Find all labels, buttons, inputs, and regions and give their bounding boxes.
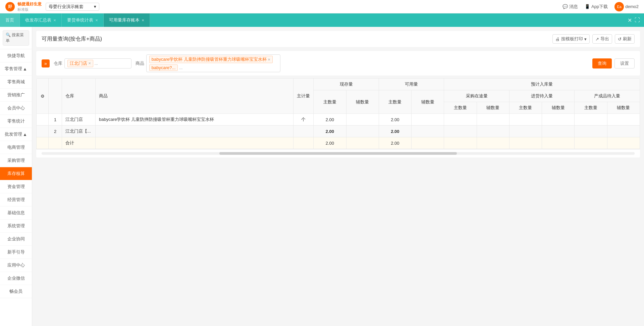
stock-group-header: 现存量 — [314, 79, 379, 90]
close-tab-stock-summary[interactable]: ✕ — [53, 18, 56, 22]
settings-btn[interactable]: 设置 — [614, 58, 635, 68]
chevron-icon: ▲ — [23, 66, 27, 72]
incoming-aux-header: 辅数量 — [542, 102, 575, 114]
sidebar-item-ecommerce[interactable]: 电商管理 — [0, 141, 32, 154]
stock-main-header: 主数量 — [314, 90, 346, 114]
app-download-btn[interactable]: 📱 App下载 — [585, 4, 608, 10]
product-tag-2: babycare?... — [149, 64, 178, 71]
data-table-wrap: ⚙ 仓库 商品 主计量 现存量 可用量 预计入库量 主数量 辅数量 — [36, 78, 640, 157]
sidebar: 🔍 搜索菜单 快捷导航 零售管理 ▲ 零售商城 营销推广 会员中心 零售统计 批… — [0, 27, 32, 326]
incoming-main-header: 主数量 — [509, 102, 542, 114]
sidebar-item-wholesale-mgmt[interactable]: 批发管理 ▲ — [0, 128, 32, 141]
warehouse-col-header: 仓库 — [62, 79, 96, 114]
stock-aux-header: 辅数量 — [346, 90, 379, 114]
row1-unit: 个 — [293, 114, 314, 126]
table-footer — [36, 149, 640, 157]
expand-btn[interactable]: ⛶ — [635, 17, 640, 23]
row2-warehouse: 江北门店【... — [62, 126, 96, 137]
unit-col-header: 主计量 — [293, 79, 314, 114]
chevron-down-icon: ▾ — [94, 4, 96, 9]
row1-production-main — [575, 114, 607, 126]
template-print-btn[interactable]: 🖨 按模板打印 ▾ — [552, 34, 590, 44]
user-menu[interactable]: Ea demo2 — [614, 2, 639, 11]
warehouse-tag-close[interactable]: ✕ — [88, 61, 91, 65]
tab-stock-summary[interactable]: 收发存汇总表 ✕ — [20, 13, 62, 27]
available-main-header: 主数量 — [379, 90, 411, 114]
top-bar-left: 好 畅捷通好生意 标准版 母婴行业演示账套 ▾ — [5, 1, 99, 12]
row1-incoming-aux — [542, 114, 575, 126]
sidebar-item-wechat-work[interactable]: 企业微信 — [0, 272, 32, 285]
product-tag1-close[interactable]: ✕ — [268, 58, 270, 61]
tab-spacer — [150, 13, 624, 27]
filter-toggle-btn[interactable]: » — [42, 59, 50, 67]
tab-home[interactable]: 首页 — [0, 13, 20, 27]
sidebar-item-member-center[interactable]: 会员中心 — [0, 102, 32, 115]
row2-stock-main: 2.00 — [314, 126, 346, 137]
row2-no: 2 — [49, 126, 62, 137]
top-bar-right: 💬 消息 📱 App下载 Ea demo2 — [562, 2, 639, 11]
product-filter-label: 商品 — [136, 60, 144, 66]
sidebar-item-system[interactable]: 系统管理 — [0, 220, 32, 233]
row2-settings[interactable] — [37, 126, 49, 137]
sidebar-item-inventory[interactable]: 库存核算 — [0, 167, 32, 180]
export-icon: ↗ — [595, 37, 599, 42]
message-btn[interactable]: 💬 消息 — [562, 4, 578, 10]
sidebar-item-retail-mall[interactable]: 零售商城 — [0, 76, 32, 89]
product-more[interactable]: ... — [179, 65, 182, 70]
close-window-btn[interactable]: ✕ — [628, 17, 632, 24]
summary-available-main: 2.00 — [379, 137, 411, 149]
row2-unit — [293, 126, 314, 137]
row2-stock-aux — [346, 126, 379, 137]
settings-col-header[interactable]: ⚙ — [37, 79, 49, 114]
summary-row: 合计 2.00 2.00 — [37, 137, 640, 149]
query-btn[interactable]: 查询 — [592, 58, 612, 68]
page-content: 可用量查询(按仓库+商品) 🖨 按模板打印 ▾ ↗ 导出 ↺ 刷新 — [32, 27, 644, 326]
main-layout: 🔍 搜索菜单 快捷导航 零售管理 ▲ 零售商城 营销推广 会员中心 零售统计 批… — [0, 27, 644, 326]
warehouse-filter-input[interactable]: 江北门店 ✕ ... — [64, 58, 131, 68]
warehouse-filter-group: 仓库 江北门店 ✕ ... — [54, 58, 131, 68]
row1-stock-main: 2.00 — [314, 114, 346, 126]
page-header: 可用量查询(按仓库+商品) 🖨 按模板打印 ▾ ↗ 导出 ↺ 刷新 — [36, 31, 640, 47]
close-tab-available-inventory[interactable]: ✕ — [142, 18, 144, 22]
product-col-header: 商品 — [96, 79, 293, 114]
tab-available-inventory[interactable]: 可用量库存账本 ✕ — [104, 13, 150, 27]
close-tab-purchase-stat[interactable]: ✕ — [95, 18, 98, 22]
row1-purchase-aux — [477, 114, 509, 126]
logo-icon: 好 — [5, 2, 15, 11]
sidebar-item-quick-nav[interactable]: 快捷导航 — [0, 49, 32, 62]
production-group-header: 产成品待入量 — [575, 90, 640, 102]
sidebar-item-operations[interactable]: 经营管理 — [0, 193, 32, 206]
product-filter-input[interactable]: babycare学饮杯 儿童防摔防撞吸管杯重力球吸嘴杯宝宝水杯 ✕ babyca… — [146, 54, 280, 72]
filter-bar: » 仓库 江北门店 ✕ ... 商品 babycare — [36, 51, 640, 76]
logo-area: 好 畅捷通好生意 标准版 — [5, 1, 42, 12]
tab-purchase-stat[interactable]: 要货单统计表 ✕ — [62, 13, 104, 27]
content-area: 可用量查询(按仓库+商品) 🖨 按模板打印 ▾ ↗ 导出 ↺ 刷新 — [32, 27, 644, 326]
row1-settings[interactable] — [37, 114, 49, 126]
row1-no: 1 — [49, 114, 62, 126]
warehouse-more[interactable]: ... — [95, 61, 98, 66]
logo-text: 畅捷通好生意 标准版 — [17, 1, 42, 12]
refresh-btn[interactable]: ↺ 刷新 — [615, 34, 635, 44]
row1-production-aux — [607, 114, 640, 126]
sidebar-item-new-guide[interactable]: 新手引导 — [0, 246, 32, 259]
sidebar-item-marketing[interactable]: 营销推广 — [0, 89, 32, 102]
horizontal-scrollbar[interactable] — [42, 152, 635, 155]
product-tag-1: babycare学饮杯 儿童防摔防撞吸管杯重力球吸嘴杯宝宝水杯 ✕ — [149, 56, 273, 63]
filter-actions: 查询 设置 — [592, 58, 635, 68]
purchase-group-header: 采购在途量 — [444, 90, 509, 102]
search-menu-btn[interactable]: 🔍 搜索菜单 — [3, 30, 29, 46]
sidebar-item-enterprise-collab[interactable]: 企业协同 — [0, 233, 32, 246]
sidebar-item-purchase[interactable]: 采购管理 — [0, 154, 32, 167]
tenant-selector[interactable]: 母婴行业演示账套 ▾ — [46, 3, 99, 11]
sidebar-item-retail-mgmt[interactable]: 零售管理 ▲ — [0, 62, 32, 76]
available-group-header: 可用量 — [379, 79, 444, 90]
sidebar-item-vip[interactable]: 畅会员 — [0, 285, 32, 298]
sidebar-item-app-center[interactable]: 应用中心 — [0, 259, 32, 272]
refresh-icon: ↺ — [618, 37, 622, 42]
scrollbar-thumb[interactable] — [219, 152, 457, 155]
sidebar-item-finance[interactable]: 资金管理 — [0, 180, 32, 193]
sidebar-item-basic-info[interactable]: 基础信息 — [0, 206, 32, 220]
sidebar-item-retail-stats[interactable]: 零售统计 — [0, 115, 32, 128]
no-col-header — [49, 79, 62, 114]
export-btn[interactable]: ↗ 导出 — [592, 34, 612, 44]
